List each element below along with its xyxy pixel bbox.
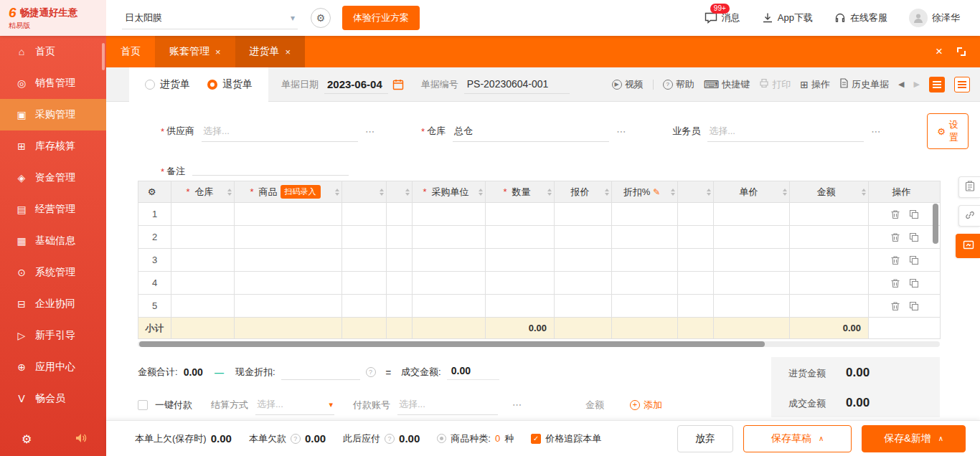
quote-column-header[interactable]: 报价 [555,181,612,203]
account-more-icon[interactable]: ⋯ [512,399,522,410]
column-config-header[interactable]: ⚙ [138,181,171,203]
print-button[interactable]: 打印 [759,78,791,91]
calendar-icon[interactable] [392,79,404,90]
cell[interactable] [413,295,486,318]
online-service-button[interactable]: 在线客服 [834,11,887,24]
cell[interactable] [612,295,678,318]
company-select[interactable]: 日太阳膜 ▾ [122,7,298,29]
supplier-input[interactable]: 选择... [202,121,358,142]
list-view-button[interactable] [929,77,945,92]
scroll-left-icon[interactable]: ◀ [898,80,904,89]
close-icon[interactable]: × [936,44,943,59]
form-view-button[interactable] [954,77,970,92]
copy-row-icon[interactable] [909,255,919,265]
sidebar-item-system[interactable]: ⊙ 系统管理 [0,257,106,288]
cell[interactable] [790,226,869,249]
cell[interactable] [714,203,790,226]
vertical-scrollbar[interactable] [933,204,938,244]
discount-help-icon[interactable]: ? [366,367,376,377]
cell[interactable] [714,249,790,272]
sidebar-item-purchase[interactable]: ▣ 采购管理 [0,99,106,130]
cell[interactable] [678,226,714,249]
cell[interactable] [612,203,678,226]
feedback-form-button[interactable] [958,176,980,198]
warehouse-more-icon[interactable]: ⋯ [616,126,626,137]
debt-info-icon[interactable]: ? [291,434,301,444]
radio-return-order[interactable]: 退货单 [207,78,253,91]
cell[interactable] [387,203,413,226]
cell[interactable] [486,249,555,272]
cell[interactable] [555,249,612,272]
cell[interactable] [612,272,678,295]
clerk-more-icon[interactable]: ⋯ [871,126,881,137]
copy-row-icon[interactable] [909,278,919,288]
tab-home[interactable]: 首页 [106,36,155,67]
delete-row-icon[interactable] [890,278,900,288]
sort-icon[interactable] [380,189,384,196]
clerk-input[interactable]: 选择... [707,121,864,142]
cell[interactable] [342,272,387,295]
price-column-header[interactable]: 单价 [714,181,790,203]
cell[interactable] [235,226,342,249]
tab-account-mgmt[interactable]: 账套管理 × [155,36,235,67]
cell[interactable] [678,249,714,272]
copy-row-icon[interactable] [909,301,919,311]
cell[interactable] [714,226,790,249]
scan-entry-button[interactable]: 扫码录入 [281,185,321,199]
cell[interactable] [171,272,235,295]
doc-no-input[interactable]: PS-20230604-001 [464,75,570,94]
cell[interactable] [790,203,869,226]
cell[interactable] [486,226,555,249]
actions-button[interactable]: ⊞ 操作 [800,78,830,91]
settings-button[interactable]: ⚙ 设置 [927,113,969,149]
payable-info-icon[interactable]: ? [385,434,395,444]
cell[interactable] [678,203,714,226]
tab-purchase-order[interactable]: 进货单 × [235,36,306,67]
warehouse-input[interactable]: 总仓 [453,121,609,142]
cell[interactable] [387,295,413,318]
cell[interactable] [342,226,387,249]
video-button[interactable]: ▶ 视频 [612,78,644,91]
copy-row-icon[interactable] [909,232,919,242]
cell[interactable] [171,203,235,226]
cell[interactable] [171,295,235,318]
settle-method-select[interactable]: 选择... ▾ [255,394,334,415]
cell[interactable] [678,272,714,295]
qty-column-header[interactable]: *数量 [486,181,555,203]
screenshot-button[interactable] [956,234,980,258]
close-tab-icon[interactable]: × [215,47,221,57]
cell[interactable] [612,226,678,249]
cell[interactable] [387,226,413,249]
cell[interactable] [790,295,869,318]
edit-icon[interactable]: ✎ [653,187,660,197]
link-button[interactable] [958,205,980,227]
save-and-new-button[interactable]: 保存&新增 ∧ [862,425,966,452]
industry-plan-button[interactable]: 体验行业方案 [342,6,420,30]
close-tab-icon[interactable]: × [286,47,291,57]
sidebar-item-inventory[interactable]: ⊞ 库存核算 [0,130,106,162]
cell[interactable] [387,272,413,295]
sort-icon[interactable] [227,189,232,196]
cell[interactable] [171,249,235,272]
announcement-speaker-icon[interactable] [75,432,88,446]
cash-discount-input[interactable] [281,364,360,380]
fullscreen-icon[interactable] [957,47,966,56]
sidebar-item-member[interactable]: Ⅴ 畅会员 [0,383,106,414]
sort-icon[interactable] [783,189,787,196]
scroll-right-icon[interactable]: ▶ [914,80,920,89]
sidebar-item-collab[interactable]: ⊟ 企业协同 [0,288,106,320]
cell[interactable] [171,226,235,249]
sort-icon[interactable] [547,189,552,196]
sidebar-item-sales[interactable]: ◎ 销售管理 [0,67,106,99]
sort-icon[interactable] [405,189,410,196]
sidebar-item-operation[interactable]: ▤ 经营管理 [0,194,106,225]
sidebar-item-guide[interactable]: ▷ 新手引导 [0,320,106,351]
delete-row-icon[interactable] [890,232,900,242]
sidebar-item-app-center[interactable]: ⊕ 应用中心 [0,351,106,383]
radio-purchase-order[interactable]: 进货单 [145,78,190,91]
cell[interactable] [714,272,790,295]
cell[interactable] [790,272,869,295]
sort-icon[interactable] [605,189,609,196]
sidebar-settings-icon[interactable]: ⚙ [22,432,32,446]
unit-column-header[interactable]: *采购单位 [413,181,486,203]
